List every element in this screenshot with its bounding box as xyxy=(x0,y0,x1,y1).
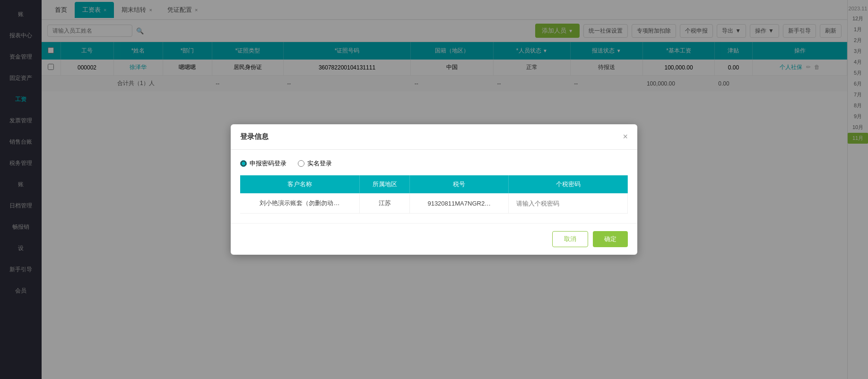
modal-col-name: 客户名称 xyxy=(240,175,359,193)
modal-cell-password[interactable] xyxy=(509,193,628,214)
modal-body: 申报密码登录 实名登录 客户名称 所属地区 xyxy=(231,150,637,223)
modal-col-taxno: 税号 xyxy=(410,175,509,193)
radio-realname-input[interactable] xyxy=(298,160,304,167)
modal-cell-name: 刘小艳演示账套（勿删勿动… xyxy=(240,193,359,214)
modal-cell-taxno: 91320811MA7NGR2… xyxy=(410,193,509,214)
modal-cell-region: 江苏 xyxy=(359,193,409,214)
modal-footer: 取消 确定 xyxy=(231,223,637,255)
modal-header: 登录信息 × xyxy=(231,124,637,150)
modal-col-region: 所属地区 xyxy=(359,175,409,193)
modal-close-button[interactable]: × xyxy=(623,132,628,142)
cancel-button[interactable]: 取消 xyxy=(552,231,588,247)
login-info-modal: 登录信息 × 申报密码登录 实名登录 客户名称 xyxy=(231,124,637,255)
modal-col-password: 个税密码 xyxy=(509,175,628,193)
tax-password-input[interactable] xyxy=(516,200,620,207)
modal-overlay: 登录信息 × 申报密码登录 实名登录 客户名称 xyxy=(0,0,868,379)
modal-client-table: 客户名称 所属地区 税号 个税密码 xyxy=(240,175,628,214)
modal-title: 登录信息 xyxy=(240,132,269,141)
radio-password-input[interactable] xyxy=(240,160,247,167)
confirm-button[interactable]: 确定 xyxy=(593,231,628,247)
radio-realname-login[interactable]: 实名登录 xyxy=(298,159,332,168)
radio-password-login[interactable]: 申报密码登录 xyxy=(240,159,286,168)
modal-table-row: 刘小艳演示账套（勿删勿动… 江苏 91320811MA7NGR2… xyxy=(240,193,628,214)
login-type-radio-group: 申报密码登录 实名登录 xyxy=(240,159,628,168)
